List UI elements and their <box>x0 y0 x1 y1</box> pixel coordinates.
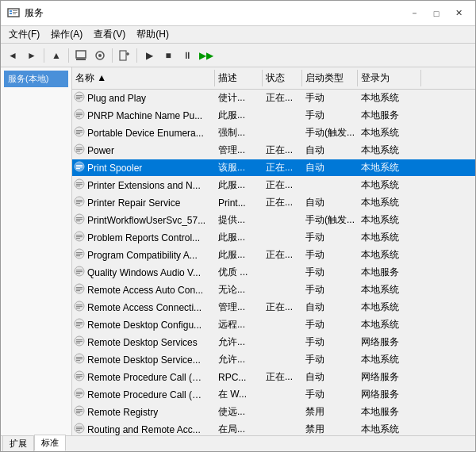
service-status-cell: 正在... <box>263 247 302 263</box>
table-row[interactable]: PrintWorkflowUserSvc_57...提供...手动(触发...本… <box>72 212 475 229</box>
table-row[interactable]: Print Spooler该服...正在...自动本地系统 <box>72 159 475 177</box>
back-button[interactable]: ◄ <box>4 47 21 64</box>
tab-bar: 扩展 标准 <box>1 435 475 451</box>
service-status-cell <box>263 114 302 117</box>
table-row[interactable]: Portable Device Enumera...强制...手动(触发...本… <box>72 124 475 142</box>
toolbar-separator-2 <box>68 48 69 63</box>
properties-button[interactable] <box>91 47 109 64</box>
svg-rect-14 <box>76 95 83 96</box>
service-desc-cell: 管理... <box>215 142 263 159</box>
service-name-cell: Quality Windows Audio V... <box>72 265 215 280</box>
service-desc-cell: 允许... <box>215 351 263 368</box>
start-button[interactable]: ▶ <box>140 47 158 64</box>
up-button[interactable]: ▲ <box>48 47 65 64</box>
service-status-cell: 正在... <box>263 90 302 106</box>
table-row[interactable]: Remote Access Connecti...管理...正在...自动本地系… <box>72 299 475 316</box>
svg-rect-10 <box>120 51 126 60</box>
toolbar: ◄ ► ▲ ▶ ■ ⏸ ▶▶ <box>1 44 475 67</box>
tab-expand[interactable]: 扩展 <box>2 435 34 451</box>
table-row[interactable]: Power管理...正在...自动本地系统 <box>72 142 475 159</box>
table-row[interactable]: Remote Registry使远...禁用本地服务 <box>72 404 475 421</box>
table-row[interactable]: Remote Procedure Call (…RPC...正在...自动网络服… <box>72 369 475 386</box>
service-icon <box>74 266 85 279</box>
table-row[interactable]: Printer Repair ServicePrint...正在...自动本地系… <box>72 194 475 212</box>
service-status-cell <box>263 428 302 431</box>
col-login[interactable]: 登录为 <box>358 70 421 86</box>
table-row[interactable]: Remote Access Auto Con...无论...手动本地系统 <box>72 282 475 299</box>
svg-rect-36 <box>76 186 80 186</box>
table-row[interactable]: Plug and Play使计...正在...手动本地系统 <box>72 90 475 107</box>
menu-action[interactable]: 操作(A) <box>46 26 87 43</box>
main-window: 服务 － □ ✕ 文件(F) 操作(A) 查看(V) 帮助(H) ◄ ► ▲ ▶ <box>0 0 476 452</box>
toolbar-separator-1 <box>44 48 44 63</box>
svg-rect-2 <box>10 13 12 14</box>
service-startup-cell: 自动 <box>302 159 358 176</box>
service-name-cell: Printer Extensions and N... <box>72 178 215 193</box>
service-name-cell: Remote Access Connecti... <box>72 300 215 315</box>
menu-view[interactable]: 查看(V) <box>89 26 130 43</box>
svg-rect-26 <box>76 147 83 148</box>
maximize-button[interactable]: □ <box>426 6 447 21</box>
service-startup-cell: 手动(触发... <box>302 212 358 228</box>
col-desc[interactable]: 描述 <box>215 70 263 86</box>
forward-button[interactable]: ► <box>23 47 40 64</box>
service-status-cell <box>263 289 302 292</box>
service-startup-cell: 禁用 <box>302 421 358 435</box>
svg-rect-90 <box>76 427 83 427</box>
table-row[interactable]: Remote Procedure Call (…在 W...手动网络服务 <box>72 386 475 404</box>
service-icon <box>74 353 85 366</box>
table-row[interactable]: Remote Desktop Configu...远程...手动本地系统 <box>72 316 475 334</box>
show-hide-button[interactable] <box>72 47 90 64</box>
service-name-text: Remote Desktop Configu... <box>87 320 202 331</box>
service-name-text: Print Spooler <box>87 163 142 174</box>
table-row[interactable]: Quality Windows Audio V...优质 ...手动本地服务 <box>72 264 475 282</box>
table-row[interactable]: Routing and Remote Acc...在局...禁用本地系统 <box>72 421 475 435</box>
service-login-cell: 本地系统 <box>358 159 421 176</box>
service-icon <box>74 318 85 331</box>
sidebar-title[interactable]: 服务(本地) <box>4 71 68 87</box>
table-row[interactable]: PNRP Machine Name Pu...此服...手动本地服务 <box>72 107 475 124</box>
content-area: 名称 ▲ 描述 状态 启动类型 登录为 Plug and Play使计...正在… <box>72 67 475 435</box>
svg-rect-32 <box>76 168 80 169</box>
service-status-cell: 正在... <box>263 177 302 193</box>
service-name-text: Printer Extensions and N... <box>87 180 201 191</box>
service-desc-cell: 在 W... <box>215 386 263 403</box>
svg-rect-87 <box>76 411 83 412</box>
close-button[interactable]: ✕ <box>448 6 469 21</box>
stop-button[interactable]: ■ <box>159 47 177 64</box>
svg-rect-20 <box>76 116 80 117</box>
table-row[interactable]: Printer Extensions and N...此服...正在...本地系… <box>72 177 475 194</box>
table-row[interactable]: Problem Reports Control...此服...手动本地系统 <box>72 229 475 247</box>
service-icon <box>74 405 85 419</box>
service-name-text: Program Compatibility A... <box>87 250 198 261</box>
svg-rect-76 <box>76 360 80 361</box>
pause-button[interactable]: ⏸ <box>178 47 196 64</box>
service-name-cell: Problem Reports Control... <box>72 230 215 245</box>
col-startup[interactable]: 启动类型 <box>302 70 358 86</box>
service-icon <box>74 301 85 314</box>
restart-button[interactable]: ▶▶ <box>198 47 215 64</box>
minimize-button[interactable]: － <box>404 6 424 21</box>
service-desc-cell: 管理... <box>215 299 263 316</box>
table-row[interactable]: Program Compatibility A...此服...正在...手动本地… <box>72 247 475 264</box>
menu-help[interactable]: 帮助(H) <box>132 26 174 43</box>
service-startup-cell: 手动 <box>302 282 358 298</box>
service-status-cell <box>263 411 302 414</box>
tab-standard[interactable]: 标准 <box>34 435 66 451</box>
svg-rect-80 <box>76 377 80 378</box>
new-button[interactable] <box>116 47 133 64</box>
col-name[interactable]: 名称 ▲ <box>72 70 215 86</box>
service-status-cell: 正在... <box>263 369 302 385</box>
table-row[interactable]: Remote Desktop Services允许...手动网络服务 <box>72 334 475 351</box>
svg-rect-72 <box>76 343 80 343</box>
svg-rect-16 <box>76 98 80 99</box>
svg-rect-47 <box>76 236 83 237</box>
menu-file[interactable]: 文件(F) <box>4 26 44 43</box>
service-name-text: Power <box>87 145 114 156</box>
service-name-cell: Program Compatibility A... <box>72 247 215 262</box>
service-login-cell: 本地系统 <box>358 142 421 159</box>
service-desc-cell: 提供... <box>215 212 263 228</box>
col-status[interactable]: 状态 <box>263 70 302 86</box>
app-icon <box>7 7 20 20</box>
table-row[interactable]: Remote Desktop Service...允许...手动本地系统 <box>72 351 475 369</box>
